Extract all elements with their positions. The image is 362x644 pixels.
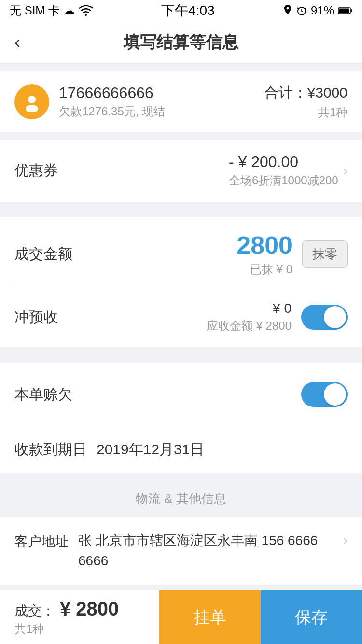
debt-row: 本单赊欠 — [0, 363, 362, 426]
address-label: 客户地址 — [14, 531, 69, 551]
bottom-deal-row: 成交： ¥ 2800 — [14, 598, 145, 620]
amount-section: 成交金额 2800 已抹 ¥ 0 抹零 冲预收 ¥ 0 应收金额 ¥ 2800 — [0, 217, 362, 347]
toggle-knob — [324, 306, 346, 328]
precollect-label: 冲预收 — [14, 308, 58, 327]
coupon-discount: - ¥ 200.00 — [229, 153, 338, 171]
customer-phone: 17666666666 — [59, 84, 165, 102]
status-bar-time: 下午4:03 — [161, 1, 215, 20]
logistics-label: 物流 & 其他信息 — [136, 490, 226, 507]
duedate-value: 2019年12月31日 — [97, 440, 204, 460]
alarm-icon — [296, 5, 307, 16]
divider-1 — [0, 132, 362, 140]
location-icon — [283, 5, 292, 16]
precollect-toggle[interactable] — [301, 305, 348, 330]
address-value: 张 北京市市辖区海淀区永丰南 156 6666 6666 — [78, 531, 338, 571]
bottom-summary: 成交： ¥ 2800 共1种 — [0, 598, 159, 637]
status-bar-right: 91% — [283, 4, 352, 17]
amount-right: 2800 已抹 ¥ 0 抹零 — [237, 231, 348, 277]
hang-button[interactable]: 挂单 — [159, 590, 261, 644]
svg-point-4 — [28, 96, 36, 103]
back-button[interactable]: ‹ — [14, 32, 20, 53]
duedate-row: 收款到期日 2019年12月31日 — [0, 426, 362, 473]
debt-label: 本单赊欠 — [14, 385, 72, 405]
logistics-header: 物流 & 其他信息 — [0, 481, 362, 517]
svg-rect-3 — [339, 9, 349, 13]
status-bar: 无 SIM 卡 ☁ 下午4:03 91% — [0, 0, 362, 21]
amount-label: 成交金额 — [14, 244, 72, 264]
round-down-button[interactable]: 抹零 — [302, 240, 348, 268]
bottom-bar: 成交： ¥ 2800 共1种 挂单 保存 — [0, 590, 362, 644]
precollect-amount-col: ¥ 0 应收金额 ¥ 2800 — [207, 301, 292, 334]
customer-info: 17666666666 欠款1276.35元, 现结 — [59, 84, 165, 119]
amount-erased: 已抹 ¥ 0 — [237, 262, 292, 277]
save-button[interactable]: 保存 — [261, 590, 362, 644]
divider-4 — [0, 473, 362, 481]
total-amount: 合计：¥3000 — [264, 83, 348, 103]
precollect-sub: 应收金额 ¥ 2800 — [207, 318, 292, 334]
battery-text: 91% — [311, 4, 334, 17]
battery-icon — [338, 7, 352, 14]
customer-note: 欠款1276.35元, 现结 — [59, 104, 165, 119]
bottom-deal-amount: ¥ 2800 — [60, 598, 119, 620]
precollect-row: 冲预收 ¥ 0 应收金额 ¥ 2800 — [14, 287, 348, 347]
bottom-count: 共1种 — [14, 621, 145, 637]
toggle-knob-debt — [324, 383, 346, 406]
total-count: 共1种 — [264, 105, 348, 120]
customer-left: 17666666666 欠款1276.35元, 现结 — [14, 84, 165, 119]
logistics-line-left — [14, 499, 126, 499]
address-chevron-icon: › — [343, 531, 348, 548]
coupon-label: 优惠券 — [14, 161, 58, 181]
svg-rect-2 — [351, 9, 352, 12]
precollect-right: ¥ 0 应收金额 ¥ 2800 — [207, 301, 348, 334]
bottom-deal-label: 成交： — [14, 602, 55, 620]
duedate-label: 收款到期日 — [14, 440, 87, 460]
coupon-chevron-icon: › — [343, 163, 348, 179]
divider-2 — [0, 202, 362, 210]
coupon-row[interactable]: 优惠券 - ¥ 200.00 全场6折满1000减200 › — [0, 140, 362, 202]
logistics-line-right — [236, 499, 348, 499]
avatar — [14, 84, 49, 119]
sim-label: 无 SIM 卡 ☁ — [10, 3, 75, 18]
customer-summary: 合计：¥3000 共1种 — [264, 83, 348, 120]
debt-toggle[interactable] — [301, 382, 348, 407]
precollect-value: ¥ 0 — [207, 301, 292, 316]
coupon-right: - ¥ 200.00 全场6折满1000减200 › — [229, 153, 348, 188]
nav-bar: ‹ 填写结算等信息 — [0, 21, 362, 64]
address-row[interactable]: 客户地址 张 北京市市辖区海淀区永丰南 156 6666 6666 › — [0, 517, 362, 585]
wifi-icon — [79, 5, 93, 16]
svg-point-5 — [26, 105, 38, 112]
amount-row: 成交金额 2800 已抹 ¥ 0 抹零 — [14, 217, 348, 287]
amount-value: 2800 — [237, 231, 292, 260]
customer-card: 17666666666 欠款1276.35元, 现结 合计：¥3000 共1种 — [0, 71, 362, 132]
divider-3 — [0, 347, 362, 355]
page-title: 填写结算等信息 — [124, 31, 238, 54]
coupon-detail: 全场6折满1000减200 — [229, 173, 338, 188]
status-bar-left: 无 SIM 卡 ☁ — [10, 3, 93, 18]
